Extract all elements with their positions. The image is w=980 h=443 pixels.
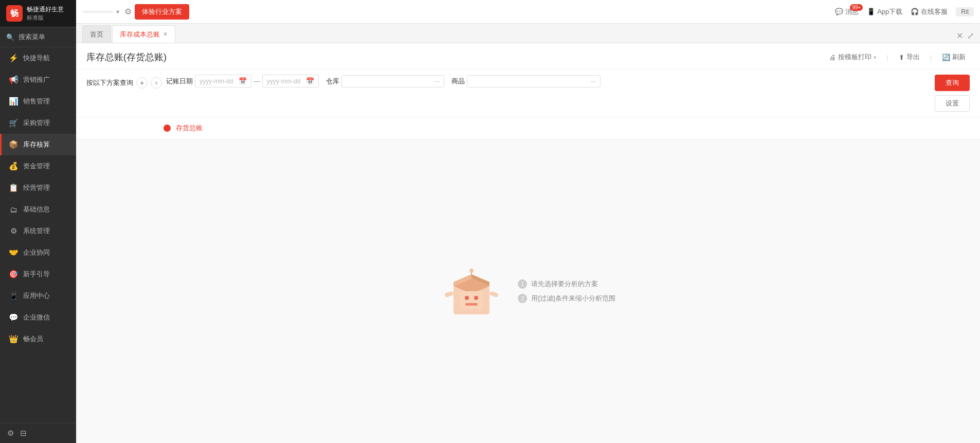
hint-text-2: 用[过滤]条件来缩小分析范围 — [531, 294, 615, 303]
topbar-brand — [82, 11, 113, 13]
topbar-online-btn[interactable]: 🎧 在线客服 — [911, 7, 948, 16]
scheme-item-inventory[interactable]: 存货总账 — [158, 121, 208, 135]
newbie-icon: 🎯 — [9, 270, 18, 279]
filter-controls: 记账日期 yyyy-mm-dd 📅 — yyyy-mm-dd 📅 仓库 — [166, 75, 927, 87]
tab-home[interactable]: 首页 — [82, 25, 111, 43]
quick-nav-icon: ⚡ — [9, 54, 18, 63]
date-end-input[interactable]: yyyy-mm-dd 📅 — [262, 75, 319, 87]
print-btn[interactable]: 🖨 按模板打印 ▾ — [825, 50, 880, 64]
sidebar-item-quick-nav[interactable]: ⚡ 快捷导航 — [0, 47, 76, 69]
page-actions: 🖨 按模板打印 ▾ | ⬆ 导出 | 🔄 刷新 — [825, 50, 970, 64]
app-label: App下载 — [877, 7, 902, 16]
calendar-start-icon: 📅 — [239, 77, 247, 85]
sidebar-item-operations[interactable]: 📋 经营管理 — [0, 177, 76, 199]
content-area: 库存总账(存货总账) 🖨 按模板打印 ▾ | ⬆ 导出 | 🔄 刷新 — [76, 43, 980, 443]
print-chevron-icon: ▾ — [874, 55, 876, 60]
tab-inventory-ledger-label: 库存成本总账 — [120, 30, 160, 39]
empty-hint-1: 1 请先选择要分析的方案 — [518, 279, 615, 289]
finance-icon: 💰 — [9, 162, 18, 171]
print-icon: 🖨 — [829, 54, 836, 61]
tabs-bar-right: ✕ ⤢ — [956, 31, 980, 43]
sidebar-item-system[interactable]: ⚙ 系统管理 — [0, 220, 76, 242]
member-icon: 👑 — [9, 334, 18, 344]
purchase-icon: 🛒 — [9, 118, 18, 128]
action-divider-2: | — [930, 54, 932, 61]
system-icon: ⚙ — [9, 226, 18, 236]
warehouse-label: 仓库 — [326, 77, 339, 86]
purchase-label: 采购管理 — [23, 118, 50, 128]
sidebar-footer: ⚙ ⊟ — [0, 423, 76, 443]
scheme-label: 存货总账 — [176, 123, 203, 133]
product-input[interactable]: ··· — [467, 75, 601, 87]
svg-rect-11 — [489, 291, 499, 297]
warehouse-more-icon: ··· — [434, 78, 440, 85]
menu-footer-btn[interactable]: ⊟ — [20, 429, 27, 438]
date-start-placeholder: yyyy-mm-dd — [199, 78, 233, 85]
filter-add-btn[interactable]: + — [136, 77, 148, 88]
sidebar-item-finance[interactable]: 💰 资金管理 — [0, 155, 76, 177]
member-label: 畅会员 — [23, 334, 43, 344]
message-badge: 99+ — [850, 4, 863, 11]
sidebar-item-member[interactable]: 👑 畅会员 — [0, 328, 76, 350]
date-separator: — — [253, 77, 260, 85]
svg-point-5 — [465, 296, 469, 300]
cooperation-icon: 🤝 — [9, 248, 18, 257]
wecom-icon: 💬 — [9, 313, 18, 322]
date-start-input[interactable]: yyyy-mm-dd 📅 — [195, 75, 251, 87]
date-label: 记账日期 — [166, 77, 193, 86]
refresh-btn[interactable]: 🔄 刷新 — [938, 50, 970, 64]
sidebar-item-newbie[interactable]: 🎯 新手引导 — [0, 263, 76, 285]
brand-box — [82, 11, 113, 13]
sidebar-nav: ⚡ 快捷导航 📢 营销推广 📊 销售管理 🛒 采购管理 📦 库存核算 💰 资金管… — [0, 47, 76, 423]
tabs-bar: 首页 库存成本总账 ✕ ✕ ⤢ — [76, 24, 980, 43]
svg-rect-4 — [460, 291, 483, 309]
sales-label: 销售管理 — [23, 97, 50, 106]
close-window-icon[interactable]: ✕ — [956, 31, 963, 41]
sidebar-item-cooperation[interactable]: 🤝 企业协同 — [0, 242, 76, 263]
topbar-gear-icon[interactable]: ⚙ — [124, 7, 132, 16]
industry-btn[interactable]: 体验行业方案 — [135, 4, 189, 20]
sidebar-item-inventory[interactable]: 📦 库存核算 — [0, 134, 76, 155]
svg-rect-10 — [444, 291, 454, 297]
sidebar-item-sales[interactable]: 📊 销售管理 — [0, 91, 76, 112]
topbar-message-btn[interactable]: 💬 消息 99+ — [835, 7, 859, 16]
empty-illustration — [441, 260, 502, 322]
filter-collapse-btn[interactable]: ‹ — [151, 77, 162, 88]
warehouse-input[interactable]: ··· — [341, 75, 444, 87]
hint-num-2: 2 — [518, 294, 527, 303]
quick-nav-label: 快捷导航 — [23, 54, 50, 63]
topbar-app-btn[interactable]: 📱 App下载 — [867, 7, 902, 16]
system-label: 系统管理 — [23, 226, 50, 236]
calendar-end-icon: 📅 — [306, 77, 314, 85]
export-icon: ⬆ — [899, 54, 904, 61]
warehouse-group: 仓库 ··· — [326, 75, 444, 87]
scheme-dot-icon — [164, 125, 171, 132]
sidebar-item-purchase[interactable]: 🛒 采购管理 — [0, 112, 76, 134]
sidebar-search[interactable]: 🔍 搜索菜单 — [0, 27, 76, 47]
empty-hint-2: 2 用[过滤]条件来缩小分析范围 — [518, 294, 615, 303]
scheme-row: 存货总账 — [76, 117, 980, 139]
newbie-label: 新手引导 — [23, 270, 50, 279]
query-btn[interactable]: 查询 — [935, 75, 970, 91]
product-group: 商品 ··· — [451, 75, 601, 87]
sidebar-logo: 畅 畅捷通好生意 标准版 — [0, 0, 76, 27]
topbar-user[interactable]: Rit — [956, 7, 974, 16]
sidebar-item-marketing[interactable]: 📢 营销推广 — [0, 69, 76, 91]
tab-close-icon[interactable]: ✕ — [163, 31, 168, 38]
sidebar: 畅 畅捷通好生意 标准版 🔍 搜索菜单 ⚡ 快捷导航 📢 营销推广 📊 销售管理… — [0, 0, 76, 443]
empty-text: 1 请先选择要分析的方案 2 用[过滤]条件来缩小分析范围 — [518, 279, 615, 303]
tab-inventory-ledger[interactable]: 库存成本总账 ✕ — [112, 25, 175, 43]
query-btns: 查询 设置 — [931, 75, 970, 112]
export-btn[interactable]: ⬆ 导出 — [895, 50, 924, 64]
sidebar-item-basic-info[interactable]: 🗂 基础信息 — [0, 199, 76, 220]
settings-btn[interactable]: 设置 — [935, 95, 970, 112]
date-end-placeholder: yyyy-mm-dd — [267, 78, 300, 85]
topbar-chevron-icon[interactable]: ▾ — [116, 8, 119, 15]
sidebar-item-wecom[interactable]: 💬 企业微信 — [0, 307, 76, 328]
print-label: 按模板打印 — [838, 52, 872, 62]
expand-icon[interactable]: ⤢ — [967, 31, 974, 41]
settings-footer-btn[interactable]: ⚙ — [7, 429, 14, 438]
sidebar-item-app-center[interactable]: 📱 应用中心 — [0, 285, 76, 307]
online-label: 在线客服 — [921, 7, 948, 16]
app-center-icon: 📱 — [9, 291, 18, 300]
